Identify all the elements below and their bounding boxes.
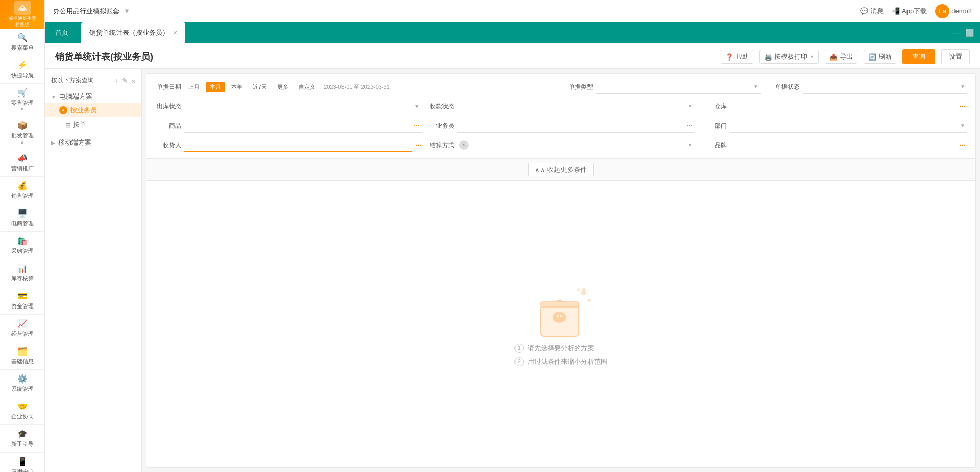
appcenter-icon: 📱 [17, 457, 28, 466]
tab-salereport[interactable]: 销货单统计表（按业务员） × [81, 22, 185, 43]
settlement-select[interactable]: × ▼ [457, 138, 695, 152]
scheme-item-by-salesperson[interactable]: ● 按业务员 [45, 103, 141, 117]
warehouse-dots[interactable]: ··· [959, 102, 965, 110]
warehouse-label: 仓库 [700, 102, 727, 111]
scheme-item-order-label: 按单 [73, 120, 86, 129]
tab-home[interactable]: 首页 [45, 22, 79, 43]
scheme-edit-icon[interactable]: ✎ [122, 77, 128, 85]
help-btn[interactable]: ❓ 帮助 [721, 50, 753, 64]
export-icon: 📤 [829, 53, 838, 61]
date-btn-last-month[interactable]: 上月 [184, 82, 204, 92]
scheme-item-by-order[interactable]: ⊞ 按单 [45, 117, 141, 132]
inventory-icon: 📊 [17, 264, 28, 273]
receivestatus-label: 收款状态 [428, 102, 454, 111]
top-header: 办公用品行业模拟账套 ▼ 💬 消息 📲 App下载 Ea demo2 [45, 0, 980, 22]
export-btn[interactable]: 📤 导出 [825, 50, 857, 64]
active-scheme-dot: ● [59, 106, 67, 114]
user-profile[interactable]: Ea demo2 [935, 4, 972, 18]
filter-row-4: 收货人 ··· 结算方式 × ▼ [155, 138, 967, 152]
docstatus-dropdown-icon: ▼ [960, 84, 965, 89]
order-icon: ⊞ [65, 121, 71, 129]
sidebar-wholesale-label: 批发管理 [11, 132, 34, 139]
page-header: 销货单统计表(按业务员) ❓ 帮助 🖨️ 按模板打印 ▼ 📤 导出 🔄 刷 [45, 43, 980, 69]
outstatus-select[interactable]: ▼ [184, 99, 422, 113]
department-dropdown-icon: ▼ [960, 123, 965, 128]
sidebar-item-enterprise[interactable]: 🤝 企业协同 [0, 397, 45, 425]
date-btn-more[interactable]: 更多 [273, 82, 292, 92]
sidebar-item-finance[interactable]: 💳 资金管理 [0, 287, 45, 315]
filter-field-product: 商品 ··· [155, 119, 422, 133]
sidebar-item-quicknav[interactable]: ⚡ 快捷导航 [0, 56, 45, 84]
sidebar-item-system[interactable]: ⚙️ 系统管理 [0, 370, 45, 397]
empty-illustration: ✦ [530, 282, 592, 334]
help-icon: ❓ [725, 53, 733, 61]
sidebar-item-wholesale[interactable]: 📦 批发管理 ▲ [0, 116, 45, 149]
docstatus-select[interactable]: ▼ [803, 80, 967, 94]
doctype-dropdown-icon: ▼ [753, 84, 758, 89]
receivestatus-select[interactable]: ▼ [457, 99, 695, 113]
date-btn-custom[interactable]: 自定义 [295, 82, 320, 92]
sidebar-item-purchase[interactable]: 🛍️ 采购管理 [0, 232, 45, 259]
scheme-collapse-icon[interactable]: « [131, 77, 135, 85]
tab-minimize-icon[interactable]: — [953, 28, 961, 37]
tab-close-icon[interactable]: × [173, 29, 177, 36]
sidebar-item-marketing[interactable]: 📣 营销推广 [0, 149, 45, 177]
message-icon: 💬 [860, 7, 868, 15]
doctype-select[interactable]: ▼ [596, 80, 761, 94]
app-download-label: App下载 [902, 7, 927, 16]
export-label: 导出 [840, 52, 853, 61]
sidebar-item-sales[interactable]: 💰 销售管理 [0, 177, 45, 204]
marketing-icon: 📣 [17, 153, 28, 163]
sidebar-search-label: 搜索菜单 [11, 44, 34, 52]
search-icon: 🔍 [17, 33, 28, 42]
sidebar-item-inventory[interactable]: 📊 库存核算 [0, 259, 45, 287]
message-btn[interactable]: 💬 消息 [860, 7, 884, 16]
consignee-input[interactable] [184, 138, 412, 152]
warehouse-select[interactable]: ··· [730, 99, 967, 113]
sidebar-item-appcenter[interactable]: 📱 应用中心 [0, 453, 45, 472]
print-btn[interactable]: 🖨️ 按模板打印 ▼ [760, 50, 819, 64]
sidebar-operations-label: 经营管理 [11, 330, 34, 338]
sidebar-item-operations[interactable]: 📈 经营管理 [0, 315, 45, 342]
settings-btn[interactable]: 设置 [941, 49, 970, 64]
consignee-dots[interactable]: ··· [415, 141, 422, 149]
salesperson-dots[interactable]: ··· [687, 122, 693, 130]
tab-maximize-icon[interactable]: ⬜ [965, 29, 974, 37]
date-btn-7days[interactable]: 近7天 [249, 82, 271, 92]
salesperson-select[interactable]: ··· [457, 119, 695, 133]
scheme-add-icon[interactable]: + [115, 77, 119, 85]
sidebar-item-ecommerce[interactable]: 🖥️ 电商管理 [0, 204, 45, 232]
company-dropdown-icon[interactable]: ▼ [124, 7, 130, 15]
brand-label: 品牌 [700, 141, 727, 150]
date-btn-this-year[interactable]: 本年 [227, 82, 247, 92]
newbie-icon: 🎓 [17, 429, 28, 439]
refresh-btn[interactable]: 🔄 刷新 [864, 50, 896, 64]
collapse-btn[interactable]: ∧∧ 收起更多条件 [528, 163, 594, 176]
sidebar-item-retail[interactable]: 🛒 零售管理 ▼ [0, 84, 45, 116]
department-select[interactable]: ▼ [730, 119, 967, 133]
query-btn[interactable]: 查询 [902, 49, 935, 64]
product-select[interactable]: ··· [184, 119, 422, 133]
sidebar: 畅捷通好生意 标账版 🔍 搜索菜单 ⚡ 快捷导航 🛒 零售管理 ▼ 📦 批发管理… [0, 0, 45, 472]
scheme-group-pc-header[interactable]: ▼ 电脑端方案 [45, 90, 141, 103]
operations-icon: 📈 [17, 319, 28, 328]
logo-label: 畅捷通好生意 [9, 16, 36, 22]
sidebar-ecommerce-label: 电商管理 [11, 220, 34, 227]
brand-select[interactable]: ··· [730, 138, 967, 152]
sidebar-item-newbie[interactable]: 🎓 新手引导 [0, 425, 45, 453]
brand-dots[interactable]: ··· [959, 141, 965, 149]
filter-row-3: 商品 ··· 业务员 ··· [155, 119, 967, 133]
purchase-icon: 🛍️ [17, 236, 28, 246]
sidebar-item-basic[interactable]: 🗂️ 基础信息 [0, 342, 45, 370]
svg-rect-2 [541, 302, 579, 307]
settlement-clear-btn[interactable]: × [459, 140, 469, 150]
scheme-group-mobile-header[interactable]: ▶ 移动端方案 [45, 136, 141, 149]
company-selector[interactable]: 办公用品行业模拟账套 [53, 7, 119, 16]
tab-home-label: 首页 [55, 28, 68, 37]
date-btn-this-month[interactable]: 本月 [206, 82, 225, 92]
product-dots[interactable]: ··· [413, 122, 420, 130]
main-area: 办公用品行业模拟账套 ▼ 💬 消息 📲 App下载 Ea demo2 首页 [45, 0, 980, 472]
sidebar-finance-label: 资金管理 [11, 302, 34, 310]
sidebar-item-search[interactable]: 🔍 搜索菜单 [0, 29, 45, 56]
app-download-btn[interactable]: 📲 App下载 [892, 7, 927, 16]
